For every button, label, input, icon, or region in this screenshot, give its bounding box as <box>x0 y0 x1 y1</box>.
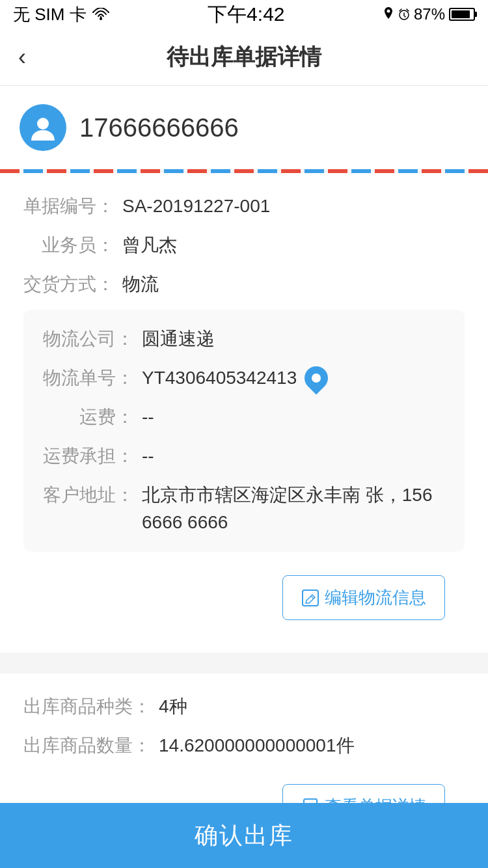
status-time: 下午4:42 <box>208 1 284 28</box>
freight-bearer-label: 运费承担： <box>43 442 134 470</box>
status-right: 87% <box>383 5 475 23</box>
wifi-icon <box>92 8 110 21</box>
document-no-label: 单据编号： <box>23 193 115 220</box>
freight-bearer-value: -- <box>142 442 445 470</box>
delivery-method-value: 物流 <box>122 271 465 298</box>
sales-person-value: 曾凡杰 <box>122 232 465 259</box>
edit-logistics-button[interactable]: 编辑物流信息 <box>282 575 445 620</box>
confirm-outbound-button[interactable]: 确认出库 <box>0 803 488 868</box>
edit-logistics-label: 编辑物流信息 <box>325 586 426 609</box>
edit-logistics-area: 编辑物流信息 <box>23 562 465 633</box>
logistics-company-label: 物流公司： <box>43 325 134 353</box>
order-info-section: 单据编号： SA-20191227-001 业务员： 曾凡杰 交货方式： 物流 … <box>0 173 488 653</box>
logistics-company-row: 物流公司： 圆通速递 <box>43 325 445 353</box>
user-avatar <box>20 104 66 151</box>
product-types-row: 出库商品种类： 4种 <box>23 693 465 720</box>
battery-percent: 87% <box>414 5 445 23</box>
logistics-card: 物流公司： 圆通速递 物流单号： YT4306405342413 运费： -- … <box>23 310 465 552</box>
freight-value: -- <box>142 403 445 431</box>
confirm-outbound-label: 确认出库 <box>195 820 293 852</box>
product-quantity-label: 出库商品数量： <box>23 732 151 759</box>
location-status-icon <box>383 7 394 21</box>
customer-address-row: 客户地址： 北京市市辖区海淀区永丰南 张，156 6666 6666 <box>43 481 445 536</box>
customer-address-value: 北京市市辖区海淀区永丰南 张，156 6666 6666 <box>142 481 445 536</box>
customer-address-label: 客户地址： <box>43 481 134 509</box>
page-title: 待出库单据详情 <box>167 42 321 72</box>
status-bar: 无 SIM 卡 下午4:42 87% <box>0 0 488 29</box>
product-types-value: 4种 <box>159 693 465 720</box>
tracking-no-row: 物流单号： YT4306405342413 <box>43 364 445 392</box>
product-types-label: 出库商品种类： <box>23 693 151 720</box>
delivery-method-label: 交货方式： <box>23 271 115 298</box>
edit-icon <box>301 589 319 607</box>
back-button[interactable]: ‹ <box>18 44 26 71</box>
sales-person-label: 业务员： <box>23 232 115 259</box>
section-gap-1 <box>0 663 488 673</box>
svg-point-2 <box>37 118 49 129</box>
freight-label: 运费： <box>43 403 134 431</box>
nav-bar: ‹ 待出库单据详情 <box>0 29 488 86</box>
svg-point-0 <box>100 18 102 20</box>
tracking-no-value: YT4306405342413 <box>142 364 445 392</box>
freight-row: 运费： -- <box>43 403 445 431</box>
logistics-company-value: 圆通速递 <box>142 325 445 353</box>
user-phone: 17666666666 <box>79 113 239 142</box>
status-left: 无 SIM 卡 <box>13 3 110 26</box>
product-quantity-value: 14.620000000000001件 <box>159 732 465 759</box>
tracking-location-icon[interactable] <box>300 362 333 395</box>
freight-bearer-row: 运费承担： -- <box>43 442 445 470</box>
product-quantity-row: 出库商品数量： 14.620000000000001件 <box>23 732 465 759</box>
document-no-row: 单据编号： SA-20191227-001 <box>23 193 465 220</box>
battery-icon <box>449 8 475 21</box>
alarm-icon <box>398 8 410 20</box>
svg-rect-3 <box>303 590 318 606</box>
tracking-no-label: 物流单号： <box>43 364 134 392</box>
user-card: 17666666666 <box>0 86 488 169</box>
carrier-text: 无 SIM 卡 <box>13 3 87 26</box>
delivery-method-row: 交货方式： 物流 <box>23 271 465 298</box>
document-no-value: SA-20191227-001 <box>122 193 465 220</box>
sales-person-row: 业务员： 曾凡杰 <box>23 232 465 259</box>
